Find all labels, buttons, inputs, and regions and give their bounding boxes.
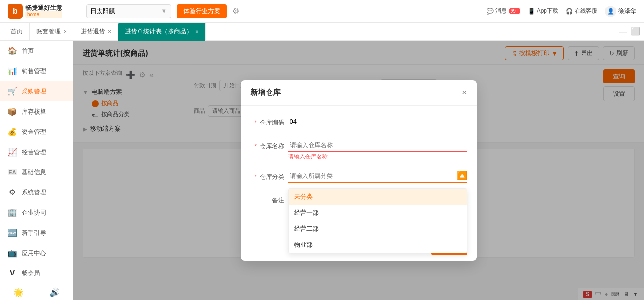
header-right: 💬 消息 99+ 📱 App下载 🎧 在线客服 👤 徐泽华: [487, 6, 636, 17]
sidebar-item-app-center[interactable]: 📺 应用中心: [0, 243, 73, 263]
header-search-box: ▼: [86, 4, 171, 18]
category-dropdown: 未分类 经营一部 经营二部 物业部: [288, 188, 467, 253]
tab-purchase-return[interactable]: 进货退货 ×: [74, 23, 118, 41]
dialog-header: 新增仓库 ×: [241, 80, 477, 106]
sidebar-item-operations[interactable]: 📈 经营管理: [0, 142, 73, 162]
search-dropdown-icon[interactable]: ▼: [161, 8, 167, 15]
sidebar-item-home-label: 首页: [22, 47, 34, 55]
sidebar-item-purchase-label: 采购管理: [22, 87, 46, 96]
service-item[interactable]: 🎧 在线客服: [566, 7, 597, 15]
operations-icon: 📈: [8, 148, 17, 157]
sidebar-bottom: 🌟 🔊: [0, 283, 73, 300]
dialog-overlay[interactable]: 新增仓库 × * 仓库编码: [73, 41, 644, 300]
sidebar-item-purchase[interactable]: 🛒 采购管理: [0, 81, 73, 101]
code-input[interactable]: [288, 115, 467, 128]
tab-bar-actions: — ⬜: [619, 27, 640, 36]
avatar: 👤: [605, 6, 616, 17]
tab-purchase-stats[interactable]: 进货单统计表（按商品） ×: [118, 23, 206, 41]
tab-purchase-return-close[interactable]: ×: [108, 28, 111, 35]
sidebar-item-guide-label: 新手引导: [22, 229, 46, 237]
sidebar-item-basic-info[interactable]: EA 基础信息: [0, 162, 73, 182]
name-wrap: 请输入仓库名称: [288, 139, 467, 161]
tab-home-label: 首页: [10, 27, 23, 36]
sidebar-item-home[interactable]: 🏠 首页: [0, 41, 73, 61]
dialog-close-button[interactable]: ×: [462, 88, 467, 98]
sidebar-item-vip-label: 畅会员: [22, 269, 40, 277]
dropdown-item-ops1[interactable]: 经营一部: [289, 205, 467, 221]
app-center-icon: 📺: [8, 249, 17, 258]
sidebar-item-vip[interactable]: V 畅会员: [0, 263, 73, 283]
code-wrap: [288, 115, 467, 128]
sidebar-item-enterprise-label: 企业协同: [22, 208, 46, 217]
tab-purchase-stats-label: 进货单统计表（按商品）: [125, 27, 192, 36]
sidebar-settings-icon[interactable]: 🌟: [13, 287, 24, 298]
dropdown-item-property[interactable]: 物业部: [289, 237, 467, 253]
code-label: * 仓库编码: [250, 115, 288, 130]
home-icon: 🏠: [8, 46, 17, 55]
category-input[interactable]: [288, 169, 457, 182]
dialog-body: * 仓库编码 * 仓库名称: [241, 106, 477, 233]
name-label: * 仓库名称: [250, 139, 288, 154]
tab-accounts-close[interactable]: ×: [64, 28, 67, 35]
sidebar-item-sales-label: 销售管理: [22, 67, 46, 75]
category-toggle-icon[interactable]: 🔼: [457, 170, 467, 181]
app-icon: 📱: [528, 8, 535, 15]
experience-button[interactable]: 体验行业方案: [177, 4, 227, 18]
sidebar-item-basic-info-label: 基础信息: [22, 168, 46, 176]
tab-bar: 首页 账套管理 × 进货退货 × 进货单统计表（按商品） × — ⬜: [0, 23, 644, 41]
form-row-code: * 仓库编码: [250, 115, 467, 130]
notes-label: 备注: [250, 193, 288, 208]
tab-purchase-return-label: 进货退货: [81, 27, 105, 36]
guide-icon: 🆕: [8, 228, 17, 237]
category-wrap: 🔼 未分类 经营一部 经营二部 物业部: [288, 169, 467, 183]
service-label: 在线客服: [575, 7, 597, 15]
tab-home[interactable]: 首页: [4, 23, 30, 41]
logo-title: 畅捷通好生意: [25, 4, 62, 12]
sidebar-item-system[interactable]: ⚙ 系统管理: [0, 182, 73, 202]
search-input[interactable]: [91, 8, 159, 15]
tab-accounts[interactable]: 账套管理 ×: [30, 23, 74, 41]
message-label: 消息: [495, 7, 507, 15]
app-label: App下载: [537, 7, 558, 15]
new-warehouse-dialog: 新增仓库 × * 仓库编码: [241, 80, 477, 261]
system-icon: ⚙: [8, 188, 17, 197]
enterprise-icon: 🏢: [8, 208, 17, 217]
sidebar-item-guide[interactable]: 🆕 新手引导: [0, 223, 73, 243]
logo-text: 畅捷通好生意 home: [25, 4, 62, 18]
dialog-title: 新增仓库: [250, 88, 281, 98]
tab-purchase-stats-close[interactable]: ×: [195, 28, 198, 35]
sidebar-item-finance-label: 资金管理: [22, 128, 46, 136]
user-name: 徐泽华: [618, 7, 636, 16]
content-area: 进货单统计(按商品) 🖨 按模板打印 ▼ ⬆ 导出 ↻ 刷新: [73, 41, 644, 300]
basic-info-icon: EA: [8, 169, 17, 175]
category-input-container: 🔼: [288, 169, 467, 183]
sidebar-item-system-label: 系统管理: [22, 188, 46, 197]
name-input[interactable]: [288, 139, 467, 152]
form-row-name: * 仓库名称 请输入仓库名称: [250, 139, 467, 161]
sidebar-item-app-center-label: 应用中心: [22, 249, 46, 258]
sidebar-item-finance[interactable]: 💰 资金管理: [0, 122, 73, 142]
tab-accounts-label: 账套管理: [36, 27, 61, 36]
inventory-icon: 📦: [8, 107, 17, 116]
app-download-item[interactable]: 📱 App下载: [528, 7, 558, 15]
message-item[interactable]: 💬 消息 99+: [487, 7, 520, 15]
gear-button[interactable]: ⚙: [232, 7, 239, 16]
sidebar-item-sales[interactable]: 📊 销售管理: [0, 61, 73, 81]
dropdown-item-unclassified[interactable]: 未分类: [289, 189, 467, 205]
main-layout: 🏠 首页 📊 销售管理 🛒 采购管理 📦 库存核算 💰 资金管理 📈 经营管理 …: [0, 41, 644, 300]
sidebar-item-operations-label: 经营管理: [22, 148, 46, 157]
sidebar-item-inventory[interactable]: 📦 库存核算: [0, 101, 73, 122]
sidebar-item-enterprise[interactable]: 🏢 企业协同: [0, 202, 73, 223]
sidebar-sound-icon[interactable]: 🔊: [50, 287, 60, 298]
logo-sub: home: [25, 11, 62, 18]
name-error-msg: 请输入仓库名称: [288, 153, 467, 161]
dropdown-item-ops2[interactable]: 经营二部: [289, 221, 467, 237]
finance-icon: 💰: [8, 127, 17, 136]
logo-icon: b: [8, 4, 23, 19]
sales-icon: 📊: [8, 67, 17, 75]
tab-minimize-button[interactable]: —: [619, 27, 627, 36]
user-item[interactable]: 👤 徐泽华: [605, 6, 636, 17]
vip-icon: V: [8, 269, 17, 277]
tab-maximize-button[interactable]: ⬜: [631, 27, 640, 36]
logo-area: b 畅捷通好生意 home: [8, 4, 81, 19]
